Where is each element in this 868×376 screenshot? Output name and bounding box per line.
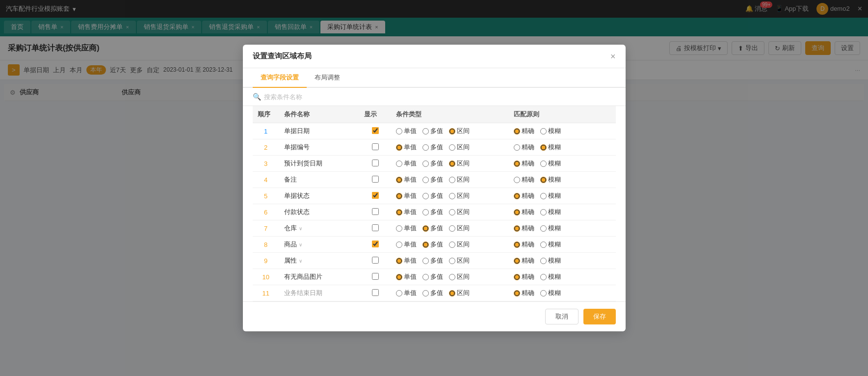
overlay: 设置查询区域布局 × 查询字段设置 布局调整 🔍 顺序 条件名称 显示 条件类型… (0, 0, 868, 105)
dialog-header: 设置查询区域布局 × (243, 45, 626, 68)
tab-layout-adjust[interactable]: 布局调整 (307, 68, 348, 88)
search-icon: 🔍 (253, 93, 261, 101)
dialog-close-btn[interactable]: × (610, 52, 616, 61)
dialog-title: 设置查询区域布局 (253, 52, 312, 61)
tab-query-fields[interactable]: 查询字段设置 (253, 68, 307, 88)
search-input[interactable] (264, 93, 362, 101)
dialog-tabs: 查询字段设置 布局调整 (243, 68, 626, 88)
dialog: 设置查询区域布局 × 查询字段设置 布局调整 🔍 顺序 条件名称 显示 条件类型… (243, 45, 626, 105)
dialog-search-bar: 🔍 (243, 88, 626, 105)
